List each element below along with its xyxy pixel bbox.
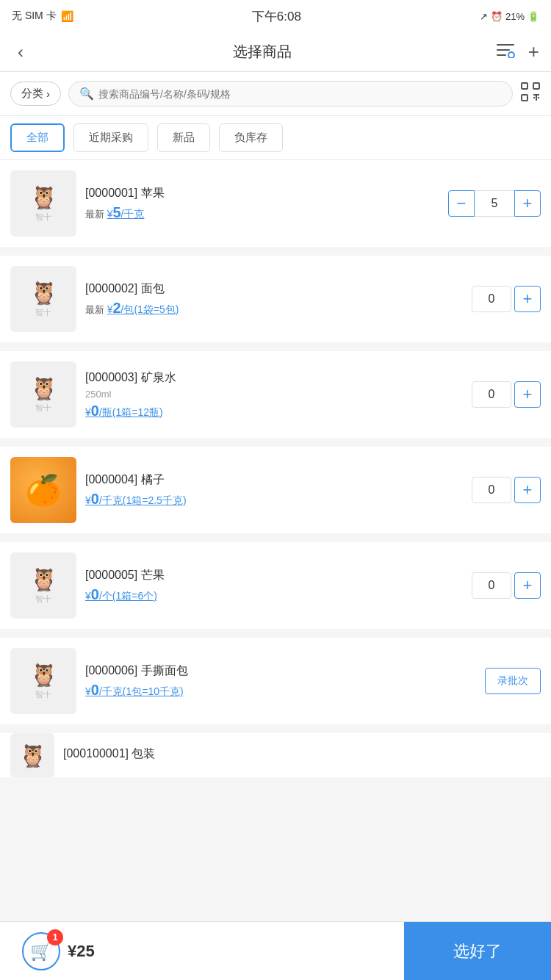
owl-placeholder: 🦉 智十 — [10, 552, 76, 619]
quantity-control: + — [472, 572, 541, 599]
svg-rect-6 — [522, 95, 527, 101]
product-image: 🦉 智十 — [10, 266, 76, 332]
owl-placeholder: 🦉 智十 — [10, 266, 76, 332]
product-name: [0000004] 橘子 — [85, 472, 463, 488]
confirm-label: 选好了 — [453, 940, 502, 962]
owl-icon: 🦉 — [30, 184, 57, 210]
increase-button[interactable]: + — [514, 286, 541, 312]
list-item: 🦉 智十 [0000005] 芒果 ¥0/个(1箱=6个) + — [0, 542, 551, 629]
nav-actions: + — [496, 40, 539, 63]
list-item: 🦉 智十 [0000003] 矿泉水 250ml ¥0/瓶(1箱=12瓶) + — [0, 351, 551, 438]
svg-rect-4 — [522, 83, 527, 89]
product-image: 🦉 智十 — [10, 552, 76, 619]
product-image: 🦉 智十 — [10, 361, 76, 428]
list-item: 🦉 智十 [0000001] 苹果 最新 ¥5/千克 − + — [0, 160, 551, 247]
svg-point-3 — [508, 52, 514, 58]
product-info: [000100001] 包装 — [63, 746, 541, 765]
quantity-input[interactable] — [472, 572, 511, 599]
product-name: [0000005] 芒果 — [85, 568, 463, 583]
search-bar: 🔍 — [68, 81, 513, 107]
owl-brand: 智十 — [35, 307, 51, 318]
nav-bar: ‹ 选择商品 + — [0, 32, 551, 72]
product-list: 🦉 智十 [0000001] 苹果 最新 ¥5/千克 − + 🦉 智十 [ — [0, 160, 551, 777]
search-icon: 🔍 — [79, 87, 94, 101]
owl-placeholder: 🦉 智十 — [10, 361, 76, 428]
product-price: 最新 ¥2/包(1袋=5包) — [85, 300, 463, 317]
quantity-input[interactable] — [475, 190, 514, 217]
quantity-input[interactable] — [472, 286, 511, 312]
product-name: [0000002] 面包 — [85, 281, 463, 297]
quantity-input[interactable] — [472, 477, 511, 503]
product-name: [000100001] 包装 — [63, 746, 541, 762]
product-price: 最新 ¥5/千克 — [85, 204, 439, 221]
tab-all[interactable]: 全部 — [10, 123, 65, 152]
product-image: 🦉 智十 — [10, 170, 76, 237]
product-price: ¥0/个(1箱=6个) — [85, 586, 463, 603]
owl-brand: 智十 — [35, 594, 51, 605]
owl-placeholder: 🦉 — [10, 733, 54, 777]
product-price: ¥0/千克(1箱=2.5千克) — [85, 491, 463, 508]
category-button[interactable]: 分类 › — [10, 82, 61, 106]
product-name: [0000001] 苹果 — [85, 186, 439, 201]
category-arrow: › — [46, 87, 50, 100]
tabs-row: 全部 近期采购 新品 负库存 — [0, 116, 551, 160]
list-item: 🦉 [000100001] 包装 — [0, 733, 551, 777]
product-info: [0000004] 橘子 ¥0/千克(1箱=2.5千克) — [85, 472, 463, 508]
increase-button[interactable]: + — [514, 572, 541, 599]
cart-area: 🛒 1 ¥25 — [0, 932, 404, 970]
product-info: [0000003] 矿泉水 250ml ¥0/瓶(1箱=12瓶) — [85, 370, 463, 419]
battery-icon: 🔋 — [527, 11, 539, 22]
search-input[interactable] — [98, 88, 502, 100]
record-batch-button[interactable]: 录批次 — [485, 668, 541, 694]
tab-negative[interactable]: 负库存 — [219, 123, 283, 152]
scan-icon[interactable] — [520, 82, 541, 107]
location-icon: ↗ — [480, 11, 488, 22]
decrease-button[interactable]: − — [448, 190, 475, 217]
increase-button[interactable]: + — [514, 477, 541, 503]
svg-rect-5 — [533, 83, 539, 89]
owl-icon: 🦉 — [30, 375, 57, 401]
tab-new[interactable]: 新品 — [157, 123, 210, 152]
status-time: 下午6:08 — [252, 8, 301, 25]
battery-text: 21% — [505, 11, 525, 22]
product-info: [0000002] 面包 最新 ¥2/包(1袋=5包) — [85, 281, 463, 317]
quantity-control: + — [472, 286, 541, 312]
increase-button[interactable]: + — [514, 190, 541, 217]
filter-icon[interactable] — [496, 42, 515, 62]
product-price: ¥0/千克(1包=10千克) — [85, 682, 476, 699]
quantity-control: − + — [448, 190, 541, 217]
owl-placeholder: 🦉 智十 — [10, 170, 76, 237]
back-button[interactable]: ‹ — [12, 36, 29, 68]
increase-button[interactable]: + — [514, 381, 541, 408]
status-bar: 无 SIM 卡 📶 下午6:08 ↗ ⏰ 21% 🔋 — [0, 0, 551, 32]
owl-icon: 🦉 — [30, 662, 57, 688]
owl-brand: 智十 — [35, 403, 51, 414]
owl-placeholder: 🦉 智十 — [10, 648, 76, 714]
product-name: [0000006] 手撕面包 — [85, 663, 476, 679]
category-label: 分类 — [21, 87, 43, 101]
quantity-input[interactable] — [472, 381, 511, 408]
page-title: 选择商品 — [233, 42, 292, 62]
confirm-button[interactable]: 选好了 — [404, 922, 551, 981]
quantity-control: + — [472, 381, 541, 408]
product-info: [0000001] 苹果 最新 ¥5/千克 — [85, 186, 439, 221]
product-price: ¥0/瓶(1箱=12瓶) — [85, 403, 463, 419]
owl-icon: 🦉 — [19, 743, 46, 768]
owl-icon: 🦉 — [30, 280, 57, 306]
product-image: 🍊 — [10, 457, 76, 523]
product-image: 🦉 — [10, 733, 54, 777]
cart-badge: 1 — [47, 929, 63, 945]
owl-brand: 智十 — [35, 212, 51, 223]
add-button[interactable]: + — [528, 40, 539, 63]
product-spec: 250ml — [85, 389, 463, 400]
product-info: [0000006] 手撕面包 ¥0/千克(1包=10千克) — [85, 663, 476, 699]
product-name: [0000003] 矿泉水 — [85, 370, 463, 386]
cart-icon-wrap[interactable]: 🛒 1 — [22, 932, 60, 970]
product-image: 🦉 智十 — [10, 648, 76, 714]
tab-recent[interactable]: 近期采购 — [73, 123, 148, 152]
status-battery: ↗ ⏰ 21% 🔋 — [480, 11, 539, 22]
wifi-icon: 📶 — [61, 10, 73, 22]
quantity-control: + — [472, 477, 541, 503]
status-carrier: 无 SIM 卡 📶 — [12, 10, 73, 23]
owl-icon: 🦉 — [30, 566, 57, 592]
